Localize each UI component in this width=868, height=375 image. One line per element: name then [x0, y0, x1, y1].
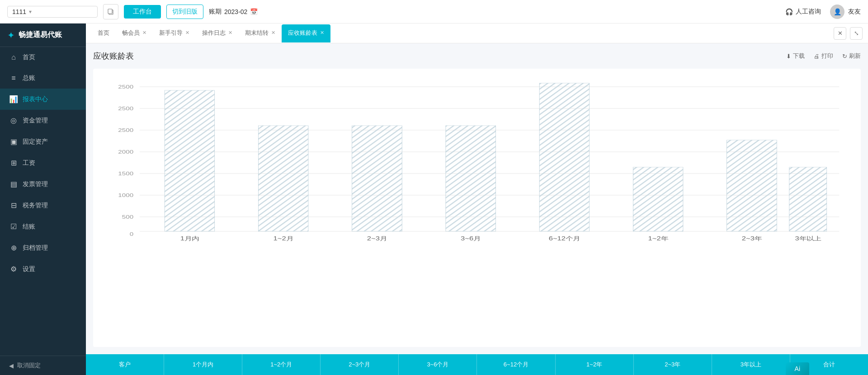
consult-button[interactable]: 🎧 人工咨询: [785, 8, 821, 16]
close-all-tabs-button[interactable]: ✕: [834, 27, 846, 40]
home-icon: ⌂: [9, 53, 18, 61]
refresh-label: 刷新: [849, 52, 861, 60]
svg-rect-25: [446, 126, 496, 231]
ar-aging-chart: 2500 2500 2500 2000 1500 1000 500 0: [102, 78, 852, 249]
company-name: 1111: [12, 8, 26, 15]
period-value: 2023-02: [224, 8, 247, 15]
sidebar-item-reports[interactable]: 📊 报表中心: [0, 89, 86, 110]
sidebar-logo: ✦ 畅捷通易代账: [0, 23, 86, 47]
sidebar-label-home: 首页: [23, 53, 35, 61]
company-selector[interactable]: 1111 ▾: [7, 6, 98, 18]
sidebar-item-assets[interactable]: ▣ 固定资产: [0, 131, 86, 152]
top-header: 1111 ▾ 工作台 切到旧版 账期 2023-02 📅 🎧 人工咨询 👤 友友: [0, 0, 868, 23]
sidebar-item-settings[interactable]: ⚙ 设置: [0, 258, 86, 280]
tab-member-close[interactable]: ✕: [142, 30, 146, 36]
svg-text:1月内: 1月内: [180, 235, 199, 241]
tab-ar-aging-label: 应收账龄表: [288, 29, 317, 37]
archive-icon: ⊕: [9, 244, 18, 252]
table-col-2-3m: 2~3个月: [321, 354, 399, 375]
tab-member[interactable]: 畅会员 ✕: [116, 24, 153, 42]
chart-container: 2500 2500 2500 2000 1500 1000 500 0: [93, 69, 861, 347]
sidebar-label-reports: 报表中心: [23, 95, 48, 103]
svg-rect-1: [108, 9, 112, 14]
svg-rect-29: [633, 167, 683, 231]
page-title: 应收账龄表: [93, 51, 134, 61]
sidebar-label-payroll: 工资: [23, 159, 35, 167]
sidebar-item-close[interactable]: ☑ 结账: [0, 216, 86, 237]
tab-ar-aging[interactable]: 应收账龄表 ✕: [282, 24, 330, 42]
tab-guide[interactable]: 新手引导 ✕: [153, 24, 196, 42]
user-section[interactable]: 👤 友友: [830, 5, 861, 19]
tab-bar: 首页 畅会员 ✕ 新手引导 ✕ 操作日志 ✕ 期末结转 ✕ 应收账龄表 ✕: [86, 23, 868, 43]
tab-guide-label: 新手引导: [159, 29, 183, 37]
refresh-button[interactable]: ↻ 刷新: [842, 52, 861, 60]
page-actions: ⬇ 下载 🖨 打印 ↻ 刷新: [786, 52, 861, 60]
download-label: 下载: [793, 52, 805, 60]
sidebar-item-ledger[interactable]: ≡ 总账: [0, 68, 86, 89]
tab-ar-aging-close[interactable]: ✕: [320, 30, 324, 36]
switch-version-button[interactable]: 切到旧版: [166, 5, 203, 19]
svg-rect-21: [258, 126, 308, 231]
svg-text:2~3月: 2~3月: [367, 235, 387, 241]
svg-text:1~2月: 1~2月: [274, 235, 293, 241]
sidebar-unpin-button[interactable]: ◀ 取消固定: [0, 356, 86, 375]
calendar-icon[interactable]: 📅: [250, 8, 258, 15]
table-col-customer: 客户: [86, 354, 164, 375]
sidebar-item-archive[interactable]: ⊕ 归档管理: [0, 237, 86, 258]
chevron-down-icon: ▾: [29, 9, 32, 15]
svg-text:6~12个月: 6~12个月: [549, 235, 580, 241]
headphone-icon: 🎧: [785, 8, 793, 15]
tab-guide-close[interactable]: ✕: [185, 30, 189, 36]
sidebar-item-funds[interactable]: ◎ 资金管理: [0, 110, 86, 131]
tab-period-close[interactable]: 期末结转 ✕: [239, 24, 282, 42]
close-books-icon: ☑: [9, 222, 18, 231]
unpin-label: 取消固定: [17, 361, 41, 370]
table-col-1-2m: 1~2个月: [242, 354, 321, 375]
table-col-3y-plus: 3年以上: [712, 354, 790, 375]
tab-oplog-close[interactable]: ✕: [228, 30, 232, 36]
print-icon: 🖨: [814, 53, 820, 60]
table-col-3-6m: 3~6个月: [399, 354, 477, 375]
table-header: 客户 1个月内 1~2个月 2~3个月 3~6个月 6~12个月 1~2年 2~…: [86, 354, 868, 375]
funds-icon: ◎: [9, 116, 18, 125]
sidebar-item-tax[interactable]: ⊟ 税务管理: [0, 195, 86, 216]
sidebar-item-payroll[interactable]: ⊞ 工资: [0, 152, 86, 173]
svg-text:500: 500: [122, 214, 133, 220]
sidebar-label-funds: 资金管理: [23, 117, 48, 125]
reports-icon: 📊: [9, 95, 18, 103]
table-col-6-12m: 6~12个月: [477, 354, 555, 375]
print-button[interactable]: 🖨 打印: [814, 52, 833, 60]
ledger-icon: ≡: [9, 74, 18, 82]
svg-rect-33: [789, 167, 827, 231]
sidebar-item-invoice[interactable]: ▤ 发票管理: [0, 173, 86, 195]
svg-text:2500: 2500: [118, 127, 133, 133]
download-button[interactable]: ⬇ 下载: [786, 52, 805, 60]
svg-text:0: 0: [130, 231, 133, 237]
consult-label: 人工咨询: [796, 8, 821, 16]
sidebar-label-archive: 归档管理: [23, 244, 48, 252]
svg-text:1~2年: 1~2年: [648, 235, 668, 241]
sidebar-item-home[interactable]: ⌂ 首页: [0, 47, 86, 68]
logo-icon: ✦: [7, 30, 15, 41]
copy-icon: [107, 8, 114, 15]
unpin-icon: ◀: [9, 362, 14, 369]
period-section: 账期 2023-02 📅: [209, 8, 258, 16]
invoice-icon: ▤: [9, 180, 18, 188]
sidebar-label-tax: 税务管理: [23, 202, 48, 210]
copy-button[interactable]: [103, 4, 118, 19]
tab-actions: ✕ ⤡: [834, 27, 863, 40]
tab-oplog[interactable]: 操作日志 ✕: [196, 24, 239, 42]
tab-oplog-label: 操作日志: [202, 29, 226, 37]
tab-period-close-label: 期末结转: [245, 29, 269, 37]
sidebar: ✦ 畅捷通易代账 ⌂ 首页 ≡ 总账 📊 报表中心 ◎ 资金管理 ▣ 固定资产 …: [0, 23, 86, 375]
print-label: 打印: [821, 52, 833, 60]
tax-icon: ⊟: [9, 201, 18, 210]
tab-period-close-close[interactable]: ✕: [271, 30, 275, 36]
tab-home[interactable]: 首页: [91, 24, 116, 42]
svg-text:2~3年: 2~3年: [742, 235, 762, 241]
svg-text:1500: 1500: [118, 171, 133, 176]
ai-badge[interactable]: Ai: [786, 362, 809, 375]
workbench-button[interactable]: 工作台: [124, 5, 161, 19]
sidebar-label-settings: 设置: [23, 265, 35, 273]
fullscreen-button[interactable]: ⤡: [850, 27, 863, 40]
